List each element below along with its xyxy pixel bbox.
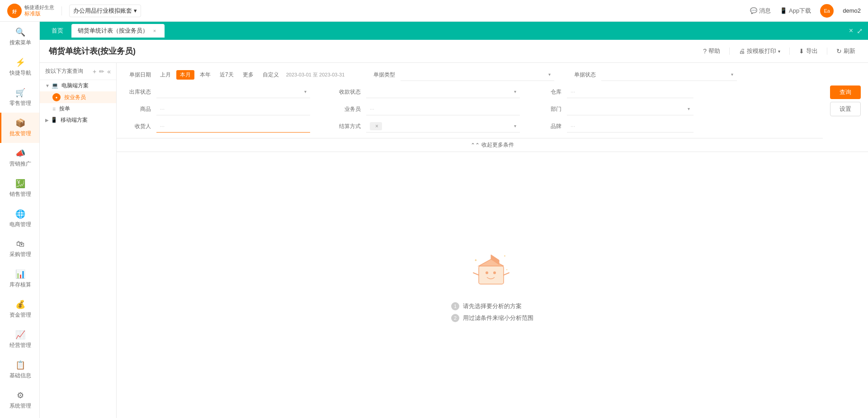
divider3 [827, 48, 827, 55]
mobile-icon: 📱 [51, 117, 57, 123]
bag-icon: 🛍 [16, 239, 24, 249]
svg-line-11 [504, 273, 509, 275]
username-label[interactable]: demo2 [843, 7, 861, 14]
brand-select[interactable]: ··· [567, 120, 693, 133]
doc-type-select[interactable]: ▾ [401, 68, 554, 81]
doc-status-select[interactable]: ▾ [601, 68, 737, 81]
query-button[interactable]: 查询 [830, 86, 861, 99]
export-icon: ⬇ [799, 48, 804, 55]
tab-expand-icon[interactable]: ⤢ [857, 27, 863, 35]
active-scheme-badge: ● [52, 93, 61, 101]
filter-row-2: 出库状态 ▾ 收款状态 ▾ 仓库 [124, 86, 773, 98]
this-year-btn[interactable]: 本年 [196, 70, 214, 80]
refresh-button[interactable]: ↻ 刷新 [833, 45, 859, 57]
sidebar-item-system[interactable]: ⚙ 系统管理 [0, 385, 39, 415]
add-scheme-button[interactable]: + [93, 68, 96, 75]
settlement-remove-icon[interactable]: × [375, 123, 378, 129]
department-select[interactable]: ▾ [567, 103, 693, 115]
top-header: 好 畅捷通好生意 标准版 办公用品行业模拟账套 ▾ 💬 消息 📱 App下载 E… [0, 0, 868, 22]
main-body: 按以下方案查询 + ✏ « ▼ 💻 电脑端方案 [40, 63, 868, 418]
collapse-bar[interactable]: ⌃⌃ 收起更多条件 [117, 138, 868, 152]
sidebar-item-finance[interactable]: 💰 资金管理 [0, 294, 39, 324]
settlement-select[interactable]: × ▾ [366, 120, 520, 133]
chart-icon: 💹 [15, 179, 25, 189]
warehouse-select[interactable]: ··· [567, 86, 693, 98]
sidebar-item-enterprise[interactable]: 🤝 企业协同 [0, 415, 39, 418]
svg-marker-3 [479, 259, 504, 266]
receiver-select[interactable]: ··· [156, 120, 310, 133]
more-btn[interactable]: 更多 [239, 70, 257, 80]
gear-icon: ⚙ [17, 390, 24, 400]
print-chevron-icon: ▾ [778, 49, 780, 54]
settlement-chevron-icon: ▾ [514, 124, 516, 128]
refresh-icon: ↻ [836, 48, 842, 55]
doc-status-label: 单据状态 [569, 71, 596, 79]
tree-pc-group[interactable]: ▼ 💻 电脑端方案 [40, 80, 116, 91]
sidebar-item-quick-nav[interactable]: ⚡ 快捷导航 [0, 52, 39, 82]
header-left: 好 畅捷通好生意 标准版 办公用品行业模拟账套 ▾ [7, 4, 141, 18]
date-range-display: 2023-03-01 至 2023-03-31 [286, 71, 345, 78]
help-button[interactable]: ? 帮助 [699, 45, 724, 57]
sidebar: 🔍 搜索菜单 ⚡ 快捷导航 🛒 零售管理 📦 批发管理 📣 营销推广 💹 销售管… [0, 22, 40, 418]
avatar[interactable]: Ea [820, 4, 834, 18]
tree-order-item[interactable]: ≡ 按单 [40, 103, 116, 114]
outbound-select[interactable]: ▾ [156, 86, 310, 98]
logo-icon: 好 [7, 4, 22, 18]
sidebar-item-purchase[interactable]: 🛍 采购管理 [0, 234, 39, 264]
payment-label: 收款状态 [334, 88, 361, 96]
download-icon: 📱 [780, 7, 787, 14]
last7-btn[interactable]: 近7天 [216, 70, 237, 80]
tab-sales-report[interactable]: 销货单统计表（按业务员） × [71, 24, 165, 38]
sidebar-item-inventory[interactable]: 📊 库存核算 [0, 264, 39, 294]
page-actions: ? 帮助 🖨 按模板打印 ▾ ⬇ 导出 ↻ 刷新 [699, 45, 859, 57]
payment-select[interactable]: ▾ [366, 86, 520, 98]
this-month-btn[interactable]: 本月 [176, 70, 194, 80]
reset-button[interactable]: 设置 [830, 102, 861, 116]
tab-home[interactable]: 首页 [45, 24, 70, 38]
collapse-panel-button[interactable]: « [107, 68, 111, 75]
salesperson-select[interactable]: ··· [366, 103, 520, 115]
export-button[interactable]: ⬇ 导出 [795, 45, 821, 57]
tree-salesperson-item[interactable]: ● 按业务员 [40, 91, 116, 103]
sidebar-item-ecommerce[interactable]: 🌐 电商管理 [0, 204, 39, 234]
custom-btn[interactable]: 自定义 [259, 70, 283, 80]
settlement-tag: × [370, 122, 382, 130]
svg-text:✦: ✦ [474, 258, 477, 262]
sidebar-item-wholesale[interactable]: 📦 批发管理 [0, 113, 39, 143]
tab-close-all-icon[interactable]: × [849, 27, 853, 35]
last-month-btn[interactable]: 上月 [156, 70, 175, 80]
pc-group-label: 💻 电脑端方案 [52, 82, 89, 90]
sidebar-item-basic-info[interactable]: 📋 基础信息 [0, 355, 39, 385]
order-icon: ≡ [52, 106, 56, 112]
warehouse-label: 仓库 [534, 88, 561, 96]
app-selector[interactable]: 办公用品行业模拟账套 ▾ [69, 5, 141, 17]
left-panel: 按以下方案查询 + ✏ « ▼ 💻 电脑端方案 [40, 63, 117, 418]
tab-close-icon[interactable]: × [151, 27, 158, 34]
trend-icon: 📈 [15, 330, 25, 340]
filter-area: 单据日期 上月 本月 本年 近7天 更多 自定义 2023-03-01 至 20… [117, 63, 823, 138]
app-download-action[interactable]: 📱 App下载 [780, 7, 811, 15]
outbound-chevron-icon: ▾ [304, 89, 307, 94]
payment-chevron-icon: ▾ [514, 89, 516, 94]
dept-chevron-icon: ▾ [688, 106, 690, 111]
content-area: 首页 销货单统计表（按业务员） × × ⤢ 销货单统计表(按业务员) ? 帮助 [40, 22, 868, 418]
filter-row-1: 单据日期 上月 本月 本年 近7天 更多 自定义 2023-03-01 至 20… [124, 68, 773, 81]
empty-steps: 1 请先选择要分析的方案 2 用过滤条件来缩小分析范围 [451, 302, 533, 322]
edit-scheme-button[interactable]: ✏ [99, 68, 104, 75]
print-button[interactable]: 🖨 按模板打印 ▾ [735, 45, 784, 57]
tree-mobile-group[interactable]: ▶ 📱 移动端方案 [40, 114, 116, 126]
product-select[interactable]: ··· [156, 103, 310, 115]
sidebar-item-sales[interactable]: 💹 销售管理 [0, 173, 39, 204]
sidebar-item-search-menu[interactable]: 🔍 搜索菜单 [0, 22, 39, 52]
globe-icon: 🌐 [15, 209, 25, 219]
message-action[interactable]: 💬 消息 [750, 7, 771, 15]
doc-status-chevron-icon: ▾ [731, 72, 733, 77]
tab-bar-actions: × ⤢ [849, 27, 863, 35]
sidebar-item-retail[interactable]: 🛒 零售管理 [0, 82, 39, 113]
filter-row-3: 商品 ··· 业务员 ··· 部门 ▾ [124, 103, 773, 115]
divider [729, 48, 730, 55]
divider2 [789, 48, 790, 55]
sidebar-item-marketing[interactable]: 📣 营销推广 [0, 143, 39, 173]
sidebar-item-operations[interactable]: 📈 经营管理 [0, 324, 39, 355]
logo-text: 畅捷通好生意 标准版 [24, 4, 54, 18]
